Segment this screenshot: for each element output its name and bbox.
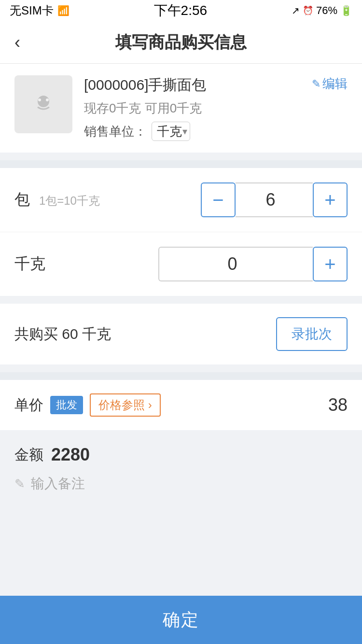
battery-icon: 🔋 [340,5,352,16]
kilogram-label: 千克 [14,253,158,275]
nav-bar: ‹ 填写商品购买信息 [0,21,362,64]
package-qty-control: − + [201,182,348,217]
total-section: 共购买 60 千克 录批次 [0,304,362,364]
status-time: 下午2:56 [154,1,208,20]
product-unit-row: 销售单位： 千克 [84,122,348,141]
amount-row: 金额 2280 [14,445,348,465]
kilogram-plus-button[interactable]: + [313,247,348,281]
unit-select-wrapper[interactable]: 千克 [152,122,190,141]
location-icon: ↗ [292,5,300,16]
package-hint: 1包=10千克 [39,194,100,207]
kilogram-input[interactable] [158,247,313,281]
pencil-icon: ✎ [14,476,25,491]
total-text: 共购买 60 千克 [14,324,111,344]
price-tag: 批发 [50,396,83,414]
package-minus-button[interactable]: − [201,182,236,217]
back-button[interactable]: ‹ [14,28,25,57]
product-info: [0000006]手撕面包 ✎ 编辑 现存0千克 可用0千克 销售单位： 千克 [84,75,348,141]
product-image [14,75,72,133]
amount-section: 金额 2280 ✎ 输入备注 [0,431,362,506]
edit-icon: ✎ [312,78,320,90]
unit-select[interactable]: 千克 [152,122,190,141]
carrier-label: 无SIM卡 [10,3,54,18]
status-right: ↗ ⏰ 76% 🔋 [292,4,352,17]
alarm-icon: ⏰ [303,5,313,16]
svg-point-2 [46,98,49,101]
price-ref-button[interactable]: 价格参照 › [90,393,161,417]
amount-value: 2280 [51,445,90,465]
price-label: 单价 [14,395,43,415]
page-title: 填写商品购买信息 [115,31,247,54]
product-name: [0000006]手撕面包 [84,75,206,95]
edit-label: 编辑 [322,75,348,92]
confirm-button[interactable]: 确定 [0,596,362,644]
kilogram-qty-control: + [158,247,348,281]
product-stock: 现存0千克 可用0千克 [84,100,348,117]
amount-label: 金额 [14,445,43,465]
status-left: 无SIM卡 📶 [10,3,70,18]
batch-button[interactable]: 录批次 [276,317,348,351]
status-bar: 无SIM卡 📶 下午2:56 ↗ ⏰ 76% 🔋 [0,0,362,21]
svg-point-1 [38,98,41,101]
package-plus-button[interactable]: + [313,182,348,217]
separator-1 [0,160,362,168]
price-value: 38 [328,395,348,415]
package-row: 包 1包=10千克 − + [0,168,362,232]
product-card: [0000006]手撕面包 ✎ 编辑 现存0千克 可用0千克 销售单位： 千克 [0,64,362,153]
unit-label: 销售单位： [84,123,147,140]
wifi-icon: 📶 [57,5,70,16]
separator-2 [0,372,362,380]
package-section: 包 1包=10千克 − + 千克 + [0,168,362,296]
svg-point-0 [38,96,49,107]
price-left: 单价 批发 价格参照 › [14,393,161,417]
product-logo-icon [29,90,58,119]
edit-button[interactable]: ✎ 编辑 [312,75,348,92]
note-placeholder: 输入备注 [31,475,85,493]
package-label: 包 1包=10千克 [14,189,201,210]
price-section: 单价 批发 价格参照 › 38 [0,380,362,430]
package-input[interactable] [236,182,313,217]
package-label-text: 包 [14,191,30,208]
battery-label: 76% [316,4,337,17]
note-row[interactable]: ✎ 输入备注 [14,475,348,493]
kilogram-row: 千克 + [0,232,362,296]
